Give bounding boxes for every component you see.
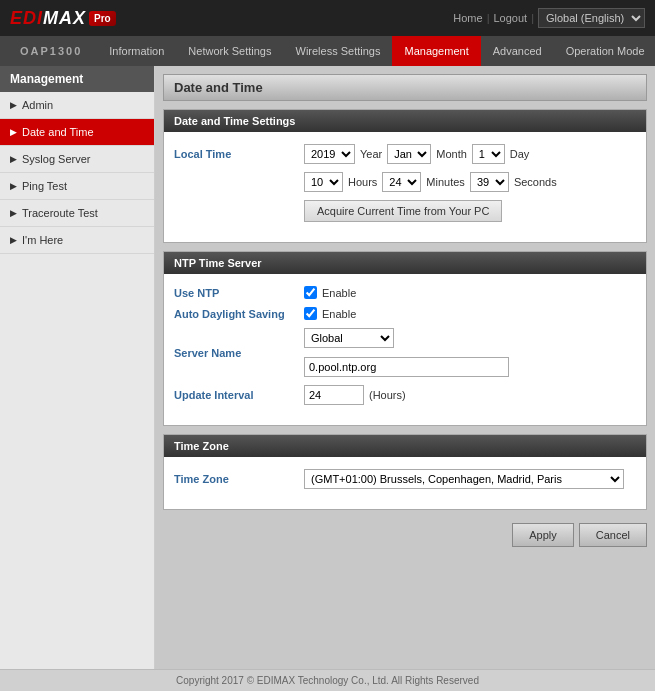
day-select[interactable]: 1 (472, 144, 505, 164)
arrow-icon-syslog: ▶ (10, 154, 17, 164)
sidebar-item-syslog[interactable]: ▶ Syslog Server (0, 146, 154, 173)
sidebar-title: Management (0, 66, 154, 92)
minutes-label: Minutes (426, 176, 465, 188)
sidebar: Management ▶ Admin ▶ Date and Time ▶ Sys… (0, 66, 155, 669)
time-row: 10 Hours 24 Minutes 39 Seconds (174, 172, 636, 192)
hours-label: Hours (348, 176, 377, 188)
logout-link[interactable]: Logout (493, 12, 527, 24)
update-interval-row: Update Interval (Hours) (174, 385, 636, 405)
date-controls: 2019 Year Jan Month 1 Day (304, 144, 529, 164)
apply-button[interactable]: Apply (512, 523, 574, 547)
page-title: Date and Time (163, 74, 647, 101)
date-time-section-body: Local Time 2019 Year Jan Month 1 (164, 132, 646, 242)
sidebar-item-date-time-label: Date and Time (22, 126, 94, 138)
home-link[interactable]: Home (453, 12, 482, 24)
seconds-label: Seconds (514, 176, 557, 188)
minutes-select[interactable]: 24 (382, 172, 421, 192)
sidebar-item-ping[interactable]: ▶ Ping Test (0, 173, 154, 200)
local-time-label: Local Time (174, 148, 304, 160)
sidebar-item-ping-label: Ping Test (22, 180, 67, 192)
navbar: OAP1300 Information Network Settings Wir… (0, 36, 655, 66)
auto-daylight-row: Auto Daylight Saving Enable (174, 307, 636, 320)
arrow-icon-imhere: ▶ (10, 235, 17, 245)
year-select[interactable]: 2019 (304, 144, 355, 164)
sidebar-item-admin-label: Admin (22, 99, 53, 111)
auto-daylight-controls: Enable (304, 307, 356, 320)
sidebar-item-date-and-time[interactable]: ▶ Date and Time (0, 119, 154, 146)
timezone-label: Time Zone (174, 473, 304, 485)
layout: Management ▶ Admin ▶ Date and Time ▶ Sys… (0, 66, 655, 669)
nav-advanced[interactable]: Advanced (481, 36, 554, 66)
cancel-button[interactable]: Cancel (579, 523, 647, 547)
nav-network-settings[interactable]: Network Settings (176, 36, 283, 66)
sidebar-item-imhere-label: I'm Here (22, 234, 63, 246)
nav-information[interactable]: Information (97, 36, 176, 66)
sep1: | (487, 12, 490, 24)
auto-daylight-enable-label: Enable (322, 308, 356, 320)
update-interval-label: Update Interval (174, 389, 304, 401)
server-address-wrapper (304, 357, 509, 377)
ntp-section-body: Use NTP Enable Auto Daylight Saving Enab… (164, 274, 646, 425)
sidebar-item-traceroute[interactable]: ▶ Traceroute Test (0, 200, 154, 227)
seconds-select[interactable]: 39 (470, 172, 509, 192)
logo-pro: Pro (89, 11, 116, 26)
arrow-icon-active: ▶ (10, 127, 17, 137)
timezone-section-body: Time Zone (GMT+01:00) Brussels, Copenhag… (164, 457, 646, 509)
sep2: | (531, 12, 534, 24)
auto-daylight-label: Auto Daylight Saving (174, 308, 304, 320)
sidebar-item-admin[interactable]: ▶ Admin (0, 92, 154, 119)
language-select[interactable]: Global (English) (538, 8, 645, 28)
use-ntp-controls: Enable (304, 286, 356, 299)
date-time-section: Date and Time Settings Local Time 2019 Y… (163, 109, 647, 243)
day-label: Day (510, 148, 530, 160)
nav-operation-mode[interactable]: Operation Mode (554, 36, 655, 66)
use-ntp-enable-label: Enable (322, 287, 356, 299)
sidebar-item-imhere[interactable]: ▶ I'm Here (0, 227, 154, 254)
button-row: Apply Cancel (163, 518, 647, 552)
arrow-icon-traceroute: ▶ (10, 208, 17, 218)
server-name-controls: Global (304, 328, 509, 377)
footer-text: Copyright 2017 © EDIMAX Technology Co., … (176, 675, 479, 686)
server-name-row: Server Name Global (174, 328, 636, 377)
sidebar-item-syslog-label: Syslog Server (22, 153, 90, 165)
header: EDIMAX Pro Home | Logout | Global (Engli… (0, 0, 655, 36)
acquire-row: Acquire Current Time from Your PC (174, 200, 636, 222)
main-content: Date and Time Date and Time Settings Loc… (155, 66, 655, 669)
server-region-select[interactable]: Global (304, 328, 394, 348)
arrow-icon: ▶ (10, 100, 17, 110)
update-interval-input[interactable] (304, 385, 364, 405)
time-controls: 10 Hours 24 Minutes 39 Seconds (304, 172, 557, 192)
logo: EDIMAX Pro (10, 8, 116, 29)
timezone-select[interactable]: (GMT+01:00) Brussels, Copenhagen, Madrid… (304, 469, 624, 489)
nav-management[interactable]: Management (392, 36, 480, 66)
timezone-section: Time Zone Time Zone (GMT+01:00) Brussels… (163, 434, 647, 510)
logo-text: EDIMAX (10, 8, 86, 29)
server-address-input[interactable] (304, 357, 509, 377)
month-select[interactable]: Jan (387, 144, 431, 164)
timezone-row: Time Zone (GMT+01:00) Brussels, Copenhag… (174, 469, 636, 489)
update-interval-unit: (Hours) (369, 389, 406, 401)
nav-wireless-settings[interactable]: Wireless Settings (284, 36, 393, 66)
use-ntp-checkbox[interactable] (304, 286, 317, 299)
timezone-controls: (GMT+01:00) Brussels, Copenhagen, Madrid… (304, 469, 624, 489)
month-label: Month (436, 148, 467, 160)
acquire-time-button[interactable]: Acquire Current Time from Your PC (304, 200, 502, 222)
timezone-section-title: Time Zone (164, 435, 646, 457)
footer: Copyright 2017 © EDIMAX Technology Co., … (0, 669, 655, 691)
hours-select[interactable]: 10 (304, 172, 343, 192)
header-right: Home | Logout | Global (English) (453, 8, 645, 28)
use-ntp-row: Use NTP Enable (174, 286, 636, 299)
sidebar-item-traceroute-label: Traceroute Test (22, 207, 98, 219)
ntp-section: NTP Time Server Use NTP Enable Auto Dayl… (163, 251, 647, 426)
auto-daylight-checkbox[interactable] (304, 307, 317, 320)
server-name-label: Server Name (174, 347, 304, 359)
device-label: OAP1300 (5, 36, 97, 66)
local-time-row: Local Time 2019 Year Jan Month 1 (174, 144, 636, 164)
arrow-icon-ping: ▶ (10, 181, 17, 191)
update-interval-controls: (Hours) (304, 385, 406, 405)
date-time-section-title: Date and Time Settings (164, 110, 646, 132)
ntp-section-title: NTP Time Server (164, 252, 646, 274)
year-label: Year (360, 148, 382, 160)
use-ntp-label: Use NTP (174, 287, 304, 299)
